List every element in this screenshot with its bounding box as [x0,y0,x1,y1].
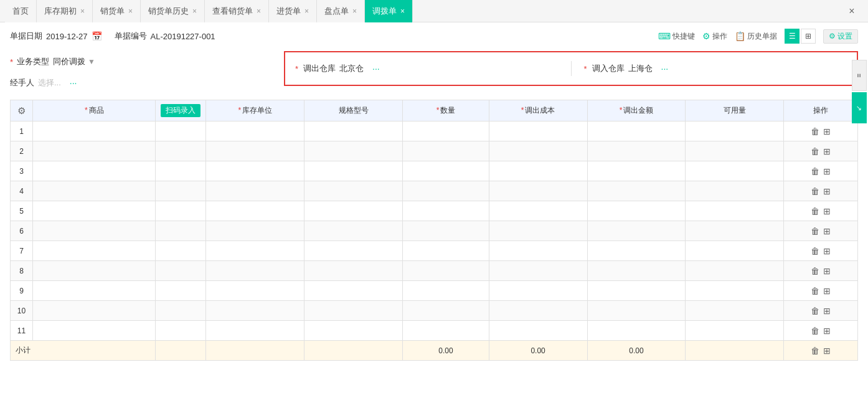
sidebar-list-btn[interactable]: ≡ [852,60,867,91]
date-field: 单据日期 2019-12-27 📅 [10,31,102,42]
history-action[interactable]: 📋 历史单据 [735,31,777,42]
tab-close-sales-history[interactable]: × [192,7,197,16]
delete-icon-4[interactable]: 🗑 [811,186,819,196]
subtotal-copy-icon[interactable]: ⊞ [823,346,831,356]
calendar-icon[interactable]: 📅 [92,31,102,41]
tab-inventory-init[interactable]: 库存期初 × [37,0,93,22]
table-row: 2 🗑 ⊞ [11,141,858,161]
business-required-star: * [10,57,13,67]
operation-action[interactable]: ⚙ 操作 [702,31,727,42]
tab-sales-history[interactable]: 销货单历史 × [141,0,205,22]
delete-icon-9[interactable]: 🗑 [811,286,819,296]
copy-icon-6[interactable]: ⊞ [823,226,831,236]
scan-button[interactable]: 扫码录入 [161,104,200,117]
view-btn-grid[interactable]: ⊞ [801,29,816,44]
shortcut-action[interactable]: ⌨ 快捷键 [658,31,695,42]
delete-icon-11[interactable]: 🗑 [811,326,819,336]
view-toggle: ☰ ⊞ [785,29,816,44]
delete-icon-1[interactable]: 🗑 [811,126,819,136]
delete-icon-3[interactable]: 🗑 [811,166,819,176]
operation-label: 操作 [712,31,727,42]
table-row: 4 🗑 ⊞ [11,181,858,201]
handler-row: 经手人 选择... ··· [10,70,274,93]
delete-icon-6[interactable]: 🗑 [811,226,819,236]
copy-icon-5[interactable]: ⊞ [823,206,831,216]
business-type-value: 同价调拨 [53,56,85,67]
business-type-field: * 业务类型 同价调拨 ▼ [10,56,95,67]
row-num-3: 3 [11,161,33,181]
main-content: 单据日期 2019-12-27 📅 单据编号 AL-20191227-001 ⌨… [0,22,868,367]
col-cost: 调出成本 [489,100,587,121]
form-header: 单据日期 2019-12-27 📅 单据编号 AL-20191227-001 ⌨… [10,29,858,44]
delete-icon-7[interactable]: 🗑 [811,246,819,256]
subtotal-delete-icon[interactable]: 🗑 [811,346,819,356]
copy-icon-2[interactable]: ⊞ [823,146,831,156]
copy-icon-3[interactable]: ⊞ [823,166,831,176]
subtotal-qty: 0.00 [403,341,489,361]
form-rows: * 业务类型 同价调拨 ▼ 经手人 选择... ··· [10,51,858,93]
tab-close-sales-order[interactable]: × [128,7,133,16]
col-gear: ⚙ [11,100,33,121]
subtotal-label: 小计 [11,341,156,361]
business-type-select[interactable]: 同价调拨 ▼ [53,56,95,67]
in-warehouse-more-icon[interactable]: ··· [661,64,669,74]
out-warehouse-label: 调出仓库 [303,63,336,74]
handler-input[interactable]: 选择... [38,77,61,88]
tab-close-inventory-init[interactable]: × [80,7,85,16]
sidebar-expand-btn[interactable]: ↗ [852,92,867,123]
out-warehouse-required: * [295,64,298,74]
tab-purchase[interactable]: 进货单 × [269,0,317,22]
view-btn-list[interactable]: ☰ [785,29,800,44]
out-warehouse-more-icon[interactable]: ··· [372,64,380,74]
business-type-label: 业务类型 [17,56,49,67]
copy-icon-11[interactable]: ⊞ [823,326,831,336]
tab-close-transfer[interactable]: × [400,7,405,16]
copy-icon-1[interactable]: ⊞ [823,126,831,136]
delete-icon-10[interactable]: 🗑 [811,306,819,316]
tab-close-view-sales[interactable]: × [257,7,261,16]
tab-transfer[interactable]: 调拨单 × [365,0,413,22]
in-warehouse-label: 调入仓库 [592,63,625,74]
copy-icon-9[interactable]: ⊞ [823,286,831,296]
copy-icon-7[interactable]: ⊞ [823,246,831,256]
form-header-left: 单据日期 2019-12-27 📅 单据编号 AL-20191227-001 [10,31,215,42]
row-num-1: 1 [11,121,33,141]
warehouse-divider [571,61,572,76]
table-row: 9 🗑 ⊞ [11,281,858,301]
copy-icon-8[interactable]: ⊞ [823,266,831,276]
shortcut-label: 快捷键 [672,31,695,42]
table-settings-icon[interactable]: ⚙ [17,105,26,116]
tab-view-sales[interactable]: 查看销货单 × [205,0,269,22]
row-num-6: 6 [11,221,33,241]
warehouse-section: * 调出仓库 北京仓 ··· * 调入仓库 上海仓 ··· [284,51,858,86]
tab-sales-order[interactable]: 销货单 × [93,0,141,22]
in-warehouse-value: 上海仓 [628,63,653,74]
col-amount: 调出金额 [587,100,686,121]
out-warehouse-field: * 调出仓库 北京仓 ··· [295,63,559,74]
tab-close-purchase[interactable]: × [304,7,309,16]
row-num-5: 5 [11,201,33,221]
copy-icon-4[interactable]: ⊞ [823,186,831,196]
history-icon: 📋 [735,31,745,41]
row-num-2: 2 [11,141,33,161]
tab-home[interactable]: 首页 [5,0,37,22]
handler-more-icon[interactable]: ··· [70,78,77,88]
col-action: 操作 [784,100,858,121]
delete-icon-8[interactable]: 🗑 [811,266,819,276]
delete-icon-2[interactable]: 🗑 [811,146,819,156]
tab-close-stocktake[interactable]: × [352,7,357,16]
delete-icon-5[interactable]: 🗑 [811,206,819,216]
subtotal-cost: 0.00 [489,341,587,361]
table-row: 11 🗑 ⊞ [11,321,858,341]
col-scan: 扫码录入 [156,100,206,121]
history-label: 历史单据 [747,31,777,42]
table-row: 8 🗑 ⊞ [11,261,858,281]
copy-icon-10[interactable]: ⊞ [823,306,831,316]
tab-stocktake[interactable]: 盘点单 × [317,0,365,22]
number-value: AL-20191227-001 [151,32,215,41]
out-warehouse-value: 北京仓 [339,63,364,74]
table-row: 3 🗑 ⊞ [11,161,858,181]
window-close-button[interactable]: × [841,0,863,22]
chevron-down-icon: ▼ [88,57,95,66]
col-available: 可用量 [686,100,784,121]
